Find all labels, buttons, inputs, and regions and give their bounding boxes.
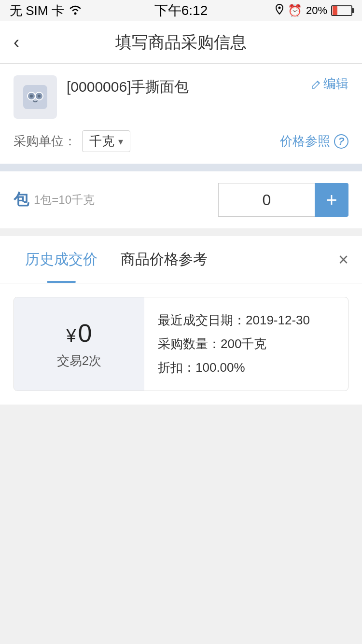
battery-percent: 20%: [306, 4, 327, 17]
price-symbol: ¥: [67, 326, 76, 346]
unit-select[interactable]: 千克 ▾: [82, 130, 130, 152]
trade-card: ¥0 交易2次 最近成交日期：2019-12-30 采购数量：200千克 折扣：…: [14, 297, 348, 391]
price-value: 0: [78, 319, 92, 347]
svg-point-0: [74, 12, 76, 14]
status-right: ⏰ 20%: [275, 4, 352, 17]
panel-content: ¥0 交易2次 最近成交日期：2019-12-30 采购数量：200千克 折扣：…: [0, 283, 362, 405]
unit-name: 包: [14, 189, 29, 210]
trade-date-row: 最近成交日期：2019-12-30: [158, 312, 334, 329]
location-icon: [275, 4, 284, 17]
quantity-input[interactable]: [218, 183, 315, 217]
trade-count: 交易2次: [57, 352, 101, 369]
product-header: [0000006]手撕面包 编辑: [14, 75, 348, 119]
status-left: 无 SIM 卡: [10, 2, 83, 19]
trade-price: ¥0: [67, 319, 92, 348]
main-content: [0, 405, 362, 644]
edit-button[interactable]: 编辑: [311, 75, 348, 92]
wifi-icon: [68, 3, 83, 18]
product-section: [0000006]手撕面包 编辑 采购单位： 千克 ▾ 价格参照 ?: [0, 64, 362, 164]
product-left: [0000006]手撕面包: [14, 75, 189, 119]
battery-icon: [331, 5, 352, 16]
svg-point-6: [38, 95, 41, 98]
quantity-section: 包 1包=10千克 +: [0, 171, 362, 228]
date-value: 2019-12-30: [246, 313, 310, 327]
status-bar: 无 SIM 卡 下午6:12 ⏰ 20%: [0, 0, 362, 21]
back-button[interactable]: ‹: [14, 32, 19, 53]
nav-bar: ‹ 填写商品采购信息: [0, 21, 362, 64]
tab-history-price[interactable]: 历史成交价: [14, 236, 109, 283]
tabs: 历史成交价 商品价格参考 ×: [0, 236, 362, 283]
svg-point-1: [278, 7, 280, 9]
bottom-panel: 历史成交价 商品价格参考 × ¥0 交易2次 最近成交日期：2019-12-30…: [0, 236, 362, 405]
discount-value: 100.00%: [195, 360, 245, 375]
product-name: [0000006]手撕面包: [67, 75, 189, 97]
dropdown-arrow-icon: ▾: [118, 136, 123, 147]
close-panel-button[interactable]: ×: [338, 250, 348, 270]
unit-label: 采购单位：: [14, 133, 76, 150]
price-ref-button[interactable]: 价格参照 ?: [280, 133, 348, 150]
unit-value: 千克: [89, 133, 114, 150]
quantity-controls: +: [218, 183, 348, 217]
separator: [0, 164, 362, 171]
trade-card-right: 最近成交日期：2019-12-30 采购数量：200千克 折扣：100.00%: [144, 297, 348, 391]
carrier-text: 无 SIM 卡: [10, 2, 64, 19]
status-time: 下午6:12: [154, 1, 208, 20]
product-image: [14, 75, 57, 119]
product-unit-row: 采购单位： 千克 ▾ 价格参照 ?: [14, 130, 348, 152]
svg-point-5: [30, 95, 33, 98]
conversion-text: 1包=10千克: [34, 192, 95, 208]
alarm-icon: ⏰: [288, 4, 302, 17]
qty-label: 采购数量：: [158, 336, 221, 351]
date-label: 最近成交日期：: [158, 313, 246, 327]
quantity-plus-button[interactable]: +: [315, 183, 348, 217]
quantity-label: 包 1包=10千克: [14, 189, 95, 210]
trade-qty-row: 采购数量：200千克: [158, 336, 334, 352]
trade-discount-row: 折扣：100.00%: [158, 359, 334, 376]
qty-value: 200千克: [221, 336, 266, 351]
help-icon: ?: [334, 134, 348, 149]
tab-product-price-ref[interactable]: 商品价格参考: [109, 236, 219, 283]
trade-card-left: ¥0 交易2次: [14, 297, 144, 391]
page-title: 填写商品采购信息: [115, 31, 247, 54]
discount-label: 折扣：: [158, 360, 195, 375]
